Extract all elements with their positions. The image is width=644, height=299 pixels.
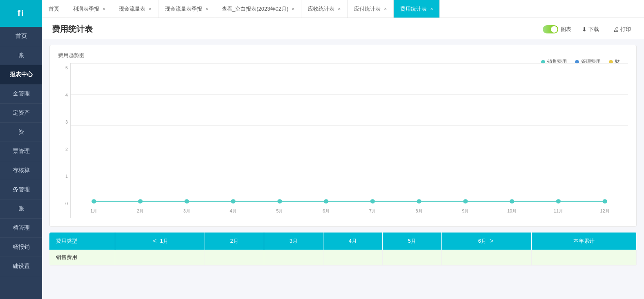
sidebar-item-services[interactable]: 务管理	[0, 180, 42, 199]
y-label-1: 1	[58, 174, 70, 179]
chart-point-10	[510, 199, 514, 204]
row-val-5	[382, 250, 441, 266]
download-button[interactable]: ⬇ 下载	[579, 24, 602, 35]
col-month-2: 2月	[205, 233, 264, 250]
sidebar-item-home[interactable]: 首页	[0, 27, 42, 46]
print-button[interactable]: 🖨 打印	[610, 24, 634, 35]
sidebar-item-archives[interactable]: 档管理	[0, 219, 42, 238]
row-val-2	[205, 250, 264, 266]
page-title: 费用统计表	[52, 24, 93, 35]
chart-point-6	[324, 199, 328, 204]
chart-container: 0 1 2 3 4 5	[58, 63, 628, 218]
chart-section: 费用趋势图 销售费用 管理费用 财	[49, 45, 637, 227]
col-type: 费用类型	[49, 233, 115, 250]
header-actions: 图表 ⬇ 下载 🖨 打印	[543, 24, 634, 35]
tab-close-cashflow-quarterly[interactable]: ×	[205, 6, 208, 12]
x-label-11: 11月	[535, 206, 582, 218]
tab-close-receivable[interactable]: ×	[338, 6, 341, 12]
chart-point-12	[602, 199, 607, 204]
sidebar-item-returns[interactable]: 畅报销	[0, 238, 42, 257]
chart-point-2	[138, 199, 143, 204]
col-total: 本年累计	[532, 233, 637, 250]
chart-svg	[71, 63, 628, 206]
tab-home[interactable]: 首页	[42, 0, 66, 18]
row-total	[532, 250, 637, 266]
download-icon: ⬇	[582, 26, 587, 33]
tab-close-expense[interactable]: ×	[430, 6, 433, 12]
tab-close-blank-report[interactable]: ×	[292, 6, 294, 12]
col-month-4: 4月	[323, 233, 382, 250]
x-label-9: 9月	[442, 206, 489, 218]
tab-cashflow-quarterly[interactable]: 现金流量表季报 ×	[158, 0, 215, 18]
col-nav-next[interactable]: 6月 >	[441, 233, 531, 250]
chart-point-7	[370, 199, 375, 204]
chart-point-4	[231, 199, 235, 204]
table-row: 销售费用	[49, 250, 637, 266]
row-type-label: 销售费用	[49, 250, 115, 266]
row-val-4	[323, 250, 382, 266]
sidebar-item-settings[interactable]: 础设置	[0, 257, 42, 276]
sidebar-logo: fi	[0, 0, 42, 27]
y-label-0: 0	[58, 201, 70, 206]
chart-point-3	[185, 199, 189, 204]
y-label-4: 4	[58, 93, 70, 97]
x-label-4: 4月	[210, 206, 256, 218]
tab-profit[interactable]: 利润表季报 ×	[66, 0, 112, 18]
x-label-2: 2月	[117, 206, 164, 218]
x-label-6: 6月	[303, 206, 350, 218]
row-val-6	[441, 250, 531, 266]
y-label-2: 2	[58, 147, 70, 152]
sidebar-item-tickets[interactable]: 票管理	[0, 142, 42, 161]
sidebar-item-billing[interactable]: 账	[0, 199, 42, 219]
col-nav-prev[interactable]: < 1月	[115, 233, 205, 250]
x-label-1: 1月	[71, 206, 117, 218]
y-label-5: 5	[58, 65, 70, 70]
tab-close-cashflow[interactable]: ×	[149, 6, 152, 12]
prev-month-button[interactable]: <	[151, 237, 158, 245]
next-month-button[interactable]: >	[488, 237, 495, 245]
chart-point-1	[91, 199, 96, 204]
col-month-5: 5月	[382, 233, 441, 250]
sidebar-item-inventory[interactable]: 存核算	[0, 161, 42, 180]
page-content: 费用统计表 图表 ⬇ 下载 🖨 打印	[42, 18, 644, 299]
chart-point-5	[277, 199, 282, 204]
x-label-12: 12月	[582, 206, 628, 218]
tab-blank-report[interactable]: 查看_空白报表(2023年02月) ×	[215, 0, 301, 18]
x-axis: 1月 2月 3月 4月 5月 6月 7月 8月 9月 10月 11月 12月	[71, 206, 628, 218]
sidebar-item-resources[interactable]: 资	[0, 123, 42, 142]
x-label-8: 8月	[396, 206, 442, 218]
row-val-3	[264, 250, 323, 266]
tab-expense[interactable]: 费用统计表 ×	[394, 0, 440, 18]
expense-table: 费用类型 < 1月 2月 3月	[49, 233, 637, 266]
chart-area: 1月 2月 3月 4月 5月 6月 7月 8月 9月 10月 11月 12月	[70, 63, 628, 218]
main-area: 首页 利润表季报 × 现金流量表 × 现金流量表季报 × 查看_空白报表(202…	[42, 0, 644, 299]
sidebar-item-accounts[interactable]: 账	[0, 46, 42, 65]
sidebar: fi 首页 账 报表中心 金管理 定资产 资 票管理 存核算 务管理 账 档管理…	[0, 0, 42, 299]
print-icon: 🖨	[613, 26, 619, 33]
chart-point-11	[556, 199, 561, 204]
page-header: 费用统计表 图表 ⬇ 下载 🖨 打印	[42, 18, 644, 39]
table-section: 费用类型 < 1月 2月 3月	[49, 233, 637, 266]
col-month-3: 3月	[264, 233, 323, 250]
tab-cashflow[interactable]: 现金流量表 ×	[112, 0, 158, 18]
toggle-track[interactable]	[543, 25, 558, 33]
toggle-thumb	[551, 26, 557, 33]
y-axis: 0 1 2 3 4 5	[58, 63, 70, 218]
tab-receivable[interactable]: 应收统计表 ×	[301, 0, 348, 18]
x-label-5: 5月	[256, 206, 303, 218]
sidebar-item-capital[interactable]: 金管理	[0, 84, 42, 104]
tab-close-payable[interactable]: ×	[384, 6, 387, 12]
x-label-3: 3月	[164, 206, 210, 218]
chart-point-9	[463, 199, 468, 204]
y-label-3: 3	[58, 120, 70, 124]
row-val-1	[115, 250, 205, 266]
sidebar-item-reports[interactable]: 报表中心	[0, 65, 42, 84]
tab-bar: 首页 利润表季报 × 现金流量表 × 现金流量表季报 × 查看_空白报表(202…	[42, 0, 644, 18]
sidebar-item-assets[interactable]: 定资产	[0, 104, 42, 123]
tab-close-profit[interactable]: ×	[103, 6, 105, 12]
toggle-label: 图表	[561, 26, 571, 33]
chart-toggle[interactable]: 图表	[543, 25, 571, 33]
x-label-7: 7月	[350, 206, 396, 218]
chart-point-8	[417, 199, 421, 204]
tab-payable[interactable]: 应付统计表 ×	[348, 0, 394, 18]
